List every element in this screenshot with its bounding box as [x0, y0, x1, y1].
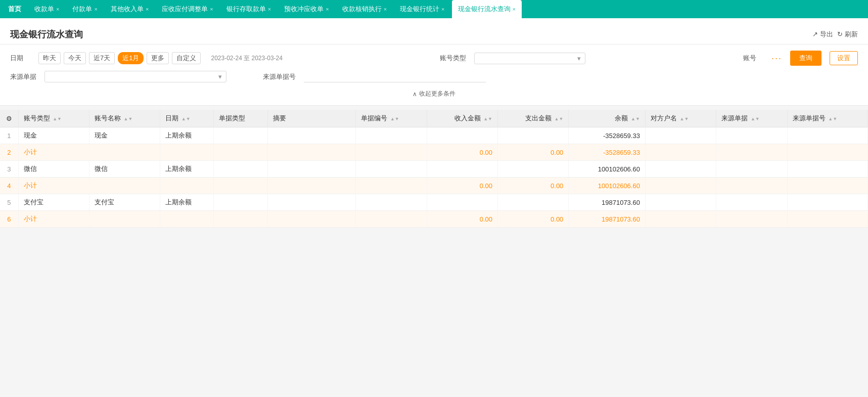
- top-nav: 首页 收款单 × 付款单 × 其他收入单 × 应收应付调整单 × 银行存取款单 …: [0, 0, 868, 18]
- cell-counterpart: [645, 211, 716, 228]
- refresh-button[interactable]: ↻ 刷新: [837, 30, 858, 39]
- nav-tab-ar-ap-adjust[interactable]: 应收应付调整单 ×: [156, 0, 219, 18]
- table-row: 5支付宝支付宝上期余额19871073.60: [0, 194, 868, 211]
- cell-source-doc-num: [787, 194, 867, 211]
- nav-tab-home[interactable]: 首页: [2, 0, 27, 18]
- col-doc-type[interactable]: 单据类型: [214, 110, 267, 127]
- sort-icon-doc-number: ▲▼: [390, 116, 399, 121]
- more-dots-button[interactable]: ···: [771, 53, 782, 64]
- close-icon[interactable]: ×: [56, 6, 59, 12]
- sort-icon-income: ▲▼: [483, 116, 492, 121]
- export-button[interactable]: ↗ 导出: [812, 30, 833, 39]
- col-source-doc[interactable]: 来源单据 ▲▼: [716, 110, 787, 127]
- cell-doc-number: [356, 194, 427, 211]
- nav-tab-writeoff[interactable]: 收款核销执行 ×: [336, 0, 393, 18]
- cell-doc-type: [214, 194, 267, 211]
- cell-expense: 0.00: [498, 144, 569, 161]
- close-icon[interactable]: ×: [146, 6, 149, 12]
- nav-tab-payment[interactable]: 付款单 ×: [66, 0, 103, 18]
- close-icon[interactable]: ×: [326, 6, 329, 12]
- cell-date: 上期余额: [160, 194, 214, 211]
- close-icon[interactable]: ×: [94, 6, 97, 12]
- nav-tab-cash-stat[interactable]: 现金银行统计 ×: [394, 0, 450, 18]
- cell-source-doc: [716, 211, 787, 228]
- cell-income: 0.00: [427, 178, 497, 194]
- nav-tab-ar-ap-adjust-label: 应收应付调整单: [162, 5, 208, 14]
- export-label: 导出: [820, 30, 833, 39]
- cell-account-name: 现金: [89, 127, 160, 144]
- col-account-type[interactable]: 账号类型 ▲▼: [18, 110, 89, 127]
- table-row: 1现金现金上期余额-3528659.33: [0, 127, 868, 144]
- close-icon[interactable]: ×: [513, 6, 516, 12]
- cell-row-num: 6: [0, 211, 18, 228]
- cell-source-doc-num: [787, 161, 867, 178]
- cell-account-name: 微信: [89, 161, 160, 178]
- source-doc-num-label: 来源单据号: [263, 72, 296, 81]
- nav-tab-cash-flow-label: 现金银行流水查询: [458, 5, 511, 14]
- col-expense[interactable]: 支出金额 ▲▼: [498, 110, 569, 127]
- export-icon: ↗: [812, 30, 818, 38]
- cell-row-num: 5: [0, 194, 18, 211]
- cell-account-type: 现金: [18, 127, 89, 144]
- table-container: ⚙ 账号类型 ▲▼ 账号名称 ▲▼ 日期 ▲▼ 单据类型 摘要 单据编号 ▲▼: [0, 110, 868, 228]
- cell-summary: [267, 194, 356, 211]
- date-btn-today[interactable]: 今天: [64, 52, 86, 64]
- cell-row-num: 3: [0, 161, 18, 178]
- chevron-up-icon: ∧: [413, 91, 417, 98]
- nav-tab-bank-deposit[interactable]: 银行存取款单 ×: [220, 0, 277, 18]
- nav-tab-receipt[interactable]: 收款单 ×: [28, 0, 65, 18]
- query-button[interactable]: 查询: [790, 51, 821, 66]
- cell-doc-type: [214, 127, 267, 144]
- col-balance[interactable]: 余额 ▲▼: [569, 110, 646, 127]
- date-range: 2023-02-24 至 2023-03-24: [211, 54, 282, 63]
- close-icon[interactable]: ×: [210, 6, 213, 12]
- date-btn-7days[interactable]: 近7天: [89, 52, 115, 64]
- header-actions: ↗ 导出 ↻ 刷新: [812, 30, 858, 39]
- refresh-icon: ↻: [837, 30, 843, 38]
- col-settings[interactable]: ⚙: [0, 110, 18, 127]
- source-doc-select[interactable]: ▾: [44, 71, 226, 82]
- date-btn-yesterday[interactable]: 昨天: [38, 52, 61, 64]
- col-source-doc-num[interactable]: 来源单据号 ▲▼: [787, 110, 867, 127]
- cell-account-name: 支付宝: [89, 194, 160, 211]
- cell-source-doc: [716, 127, 787, 144]
- close-icon[interactable]: ×: [441, 6, 444, 12]
- col-income[interactable]: 收入金额 ▲▼: [427, 110, 497, 127]
- date-btn-1month[interactable]: 近1月: [118, 52, 144, 64]
- date-btn-custom[interactable]: 自定义: [172, 52, 201, 64]
- close-icon[interactable]: ×: [384, 6, 387, 12]
- cell-expense: [498, 127, 569, 144]
- nav-tab-other-income[interactable]: 其他收入单 ×: [105, 0, 155, 18]
- settings-button[interactable]: 设置: [830, 51, 858, 65]
- col-account-name[interactable]: 账号名称 ▲▼: [89, 110, 160, 127]
- cell-account-type: 小计: [18, 211, 89, 228]
- col-doc-number[interactable]: 单据编号 ▲▼: [356, 110, 427, 127]
- collapse-button[interactable]: ∧ 收起更多条件: [413, 90, 455, 98]
- col-date[interactable]: 日期 ▲▼: [160, 110, 214, 127]
- col-counterpart[interactable]: 对方户名 ▲▼: [645, 110, 716, 127]
- cell-account-name: [89, 211, 160, 228]
- account-type-select[interactable]: ▾: [474, 53, 585, 64]
- table-row: 3微信微信上期余额100102606.60: [0, 161, 868, 178]
- cell-row-num: 1: [0, 127, 18, 144]
- nav-tab-cash-flow[interactable]: 现金银行流水查询 ×: [452, 0, 522, 18]
- nav-tab-pre-receipt[interactable]: 预收冲应收单 ×: [278, 0, 335, 18]
- cell-source-doc-num: [787, 144, 867, 161]
- cell-balance: -3528659.33: [569, 127, 646, 144]
- cell-summary: [267, 161, 356, 178]
- cell-doc-type: [214, 144, 267, 161]
- nav-tab-pre-receipt-label: 预收冲应收单: [284, 5, 324, 14]
- cell-doc-type: [214, 178, 267, 194]
- cell-expense: 0.00: [498, 211, 569, 228]
- cell-account-name: [89, 178, 160, 194]
- close-icon[interactable]: ×: [268, 6, 271, 12]
- cell-income: [427, 194, 497, 211]
- source-doc-num-input[interactable]: [304, 71, 486, 82]
- cell-source-doc: [716, 178, 787, 194]
- nav-tab-writeoff-label: 收款核销执行: [342, 5, 382, 14]
- cell-balance: 19871073.60: [569, 194, 646, 211]
- cell-account-type: 微信: [18, 161, 89, 178]
- date-btn-more[interactable]: 更多: [147, 52, 169, 64]
- sort-icon-source-doc: ▲▼: [751, 116, 760, 121]
- cell-date: [160, 144, 214, 161]
